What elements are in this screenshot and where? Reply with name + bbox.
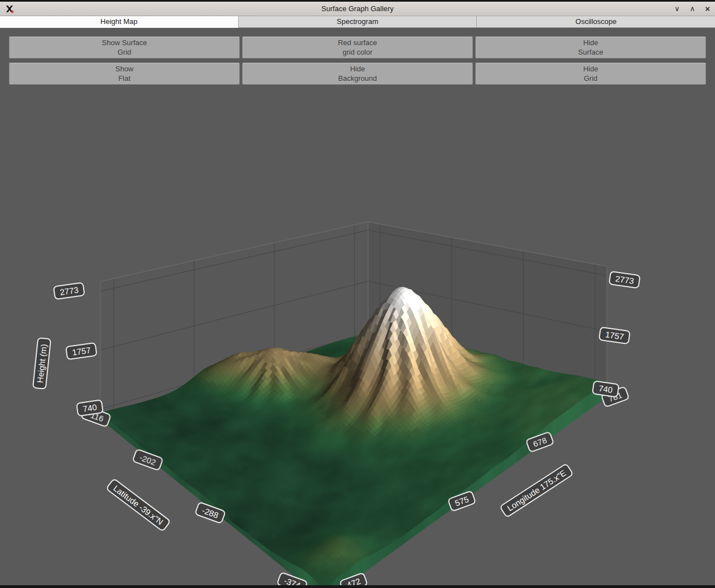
show-surface-grid-button[interactable]: Show Surface Grid [9, 36, 240, 59]
button-label-line: Grid [584, 74, 598, 83]
button-label-line: Show [115, 64, 134, 74]
app-icon [5, 4, 14, 13]
hide-surface-button[interactable]: Hide Surface [475, 36, 706, 59]
tab-spectrogram[interactable]: Spectrogram [239, 16, 477, 28]
window-controls: ∨ ∧ × [674, 4, 710, 13]
hide-grid-button[interactable]: Hide Grid [475, 62, 706, 85]
window-bottom-border [0, 585, 715, 588]
button-label-line: Hide [350, 64, 365, 74]
show-flat-button[interactable]: Show Flat [9, 62, 240, 85]
button-label-line: Hide [583, 64, 598, 74]
window-unshade-button[interactable]: ∧ [690, 4, 695, 13]
button-label-line: Red surface [338, 38, 377, 47]
button-label-line: Hide [583, 38, 598, 47]
window-close-button[interactable]: × [705, 4, 710, 13]
button-label-line: Surface [578, 47, 603, 57]
surface-plot-area: 781678575472-116-202-288-374277317577402… [0, 86, 715, 588]
button-label-line: Grid [118, 47, 132, 57]
button-label-line: grid color [342, 47, 372, 57]
window-title: Surface Graph Gallery [0, 4, 715, 13]
button-label-line: Show Surface [102, 38, 147, 47]
toolbar: Show Surface Grid Red surface grid color… [0, 28, 715, 86]
tab-height-map[interactable]: Height Map [0, 16, 239, 28]
tab-bar: Height Map Spectrogram Oscilloscope [0, 16, 715, 28]
window-titlebar[interactable]: Surface Graph Gallery ∨ ∧ × [0, 2, 715, 16]
red-surface-grid-color-button[interactable]: Red surface grid color [242, 36, 473, 59]
app-window: Surface Graph Gallery ∨ ∧ × Height Map S… [0, 0, 715, 588]
hide-background-button[interactable]: Hide Background [242, 62, 473, 85]
button-label-line: Flat [118, 74, 131, 83]
button-label-line: Background [338, 74, 376, 83]
window-shade-button[interactable]: ∨ [674, 4, 680, 13]
tab-oscilloscope[interactable]: Oscilloscope [477, 16, 715, 28]
